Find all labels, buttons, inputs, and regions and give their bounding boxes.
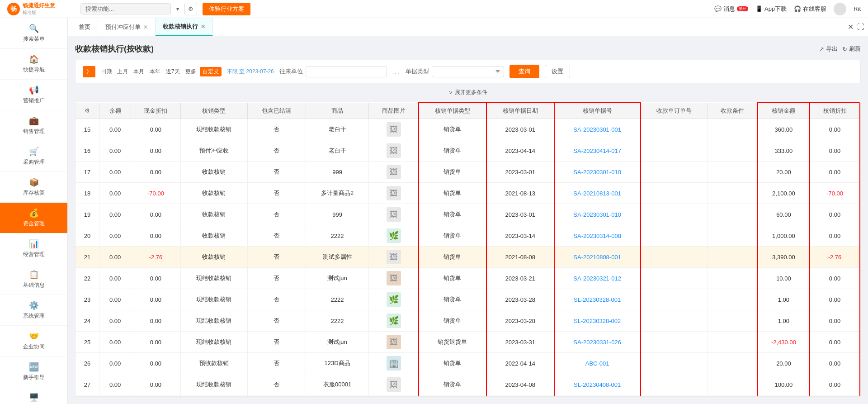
refresh-btn[interactable]: ↻ 刷新	[842, 45, 861, 53]
verify-bill-no-link[interactable]: SA-20230321-012	[573, 275, 621, 282]
industry-solution-btn[interactable]: 体验行业方案	[203, 3, 250, 15]
logo: 畅 畅捷通好生意 标准版	[7, 2, 75, 16]
cell-goods: 999	[306, 162, 369, 183]
search-dropdown-btn[interactable]: ▾	[176, 6, 179, 12]
verify-bill-no-link[interactable]: SA-20230301-010	[573, 169, 621, 176]
cell-include-settled: 否	[247, 162, 306, 183]
sidebar-item-marketing[interactable]: 📢 营销推广	[0, 80, 67, 110]
bill-type-select[interactable]	[432, 66, 504, 77]
export-btn[interactable]: ↗ 导出	[819, 45, 838, 53]
sidebar-label-system: 系统管理	[23, 312, 45, 320]
cell-verify-bill-date: 2023-03-14	[486, 225, 554, 247]
message-label: 消息	[723, 5, 735, 13]
cell-goods: 多计量商品2	[306, 183, 369, 204]
cell-verify-bill-date: 2023-03-21	[486, 268, 554, 289]
verify-bill-no-link[interactable]: SA-20230301-010	[573, 211, 621, 218]
filter-bill-type-group: 单据类型	[406, 66, 504, 77]
sidebar-item-guide[interactable]: 🆕 新手引导	[0, 356, 67, 387]
date-opt-this-year[interactable]: 本年	[148, 67, 162, 76]
tab-close-all-btn[interactable]: ✕	[848, 23, 854, 31]
tab-receipt[interactable]: 收款核销执行 ✕	[156, 18, 213, 36]
cell-no: 19	[75, 204, 99, 225]
filter-expand-btn[interactable]: 》	[83, 66, 95, 77]
cell-verify-type: 现结收款核销	[180, 374, 247, 395]
cell-no: 20	[75, 225, 99, 247]
date-opt-7days[interactable]: 近7天	[164, 67, 182, 76]
top-bar-right: 💬 消息 99+ 📱 App下载 🎧 在线客服 Rit	[714, 3, 861, 15]
tab-prepay[interactable]: 预付冲应付单 ✕	[98, 18, 156, 36]
table-row: 25 0.00 0.00 现结收款核销 否 测试jun 🖼 销货退货单 2023…	[75, 332, 860, 353]
service-icon: 🎧	[794, 5, 801, 12]
from-unit-input[interactable]	[306, 66, 387, 77]
sidebar-item-nav[interactable]: 🏠 快捷导航	[0, 49, 67, 80]
cell-verify-bill-no: SA-20210808-001	[554, 247, 641, 268]
sidebar-item-finance[interactable]: 💰 资金管理	[0, 203, 67, 233]
content-area: 首页 预付冲应付单 ✕ 收款核销执行 ✕ ✕ ⛶ 收款核销执行(按收款) ↗	[68, 18, 868, 404]
tab-expand-btn[interactable]: ⛶	[857, 23, 864, 31]
sidebar-item-operations[interactable]: 📊 经营管理	[0, 233, 67, 264]
sidebar-item-purchase[interactable]: 🛒 采购管理	[0, 141, 67, 172]
cell-goods: 123D商品	[306, 353, 369, 374]
app-download-btn[interactable]: 📱 App下载	[755, 5, 787, 13]
goods-image: 🖼	[387, 377, 401, 392]
verify-bill-no-link[interactable]: SL-20230328-001	[574, 296, 621, 303]
refresh-label: 刷新	[849, 45, 861, 53]
col-include-settled: 包含已结清	[247, 103, 306, 119]
tab-prepay-close[interactable]: ✕	[143, 24, 148, 30]
cell-verify-bill-no: SA-20230331-026	[554, 332, 641, 353]
sidebar-label-nav: 快捷导航	[23, 66, 45, 74]
sidebar-item-system[interactable]: ⚙️ 系统管理	[0, 295, 67, 326]
sidebar-item-inventory[interactable]: 📦 库存核算	[0, 172, 67, 203]
cell-balance: 0.00	[99, 140, 131, 162]
settings-gear-btn[interactable]: ⚙	[184, 3, 197, 15]
col-settings[interactable]: ⚙	[75, 103, 99, 119]
cell-verify-bill-date: 2023-03-31	[486, 332, 554, 353]
sidebar-item-collab[interactable]: 🤝 企业协同	[0, 326, 67, 356]
date-opt-last-month[interactable]: 上月	[115, 67, 130, 76]
tab-bar: 首页 预付冲应付单 ✕ 收款核销执行 ✕ ✕ ⛶	[68, 18, 868, 36]
message-btn[interactable]: 💬 消息 99+	[714, 5, 748, 13]
sidebar-item-hardware[interactable]: 🖥️ 智能硬件	[0, 387, 67, 404]
goods-image: 🖼	[387, 143, 401, 158]
cell-verify-discount: -70.00	[810, 183, 860, 204]
online-service-btn[interactable]: 🎧 在线客服	[794, 5, 826, 13]
date-opt-this-month[interactable]: 本月	[132, 67, 146, 76]
cell-receipt-condition	[708, 140, 758, 162]
cell-goods-image: 🖼	[369, 140, 419, 162]
verify-bill-no-link[interactable]: ABC-001	[585, 360, 609, 367]
expand-more-btn[interactable]: ∨ 展开更多条件	[448, 89, 487, 96]
sidebar-item-search[interactable]: 🔍 搜索菜单	[0, 18, 67, 49]
top-search-input[interactable]	[80, 3, 171, 14]
sidebar-item-sales[interactable]: 💼 销售管理	[0, 110, 67, 141]
cell-include-settled: 否	[247, 247, 306, 268]
cell-verify-discount: 0.00	[810, 310, 860, 332]
cell-cash-discount: 0.00	[131, 332, 180, 353]
cell-goods-image: 🌿	[369, 225, 419, 247]
date-opt-more[interactable]: 更多	[184, 67, 198, 76]
verify-bill-no-link[interactable]: SA-20210808-001	[573, 254, 621, 261]
tab-home[interactable]: 首页	[71, 18, 98, 36]
cell-goods: 衣服00001	[306, 374, 369, 395]
table-container[interactable]: ⚙ 余额 现金折扣 核销类型 包含已结清 商品 商品图片 核销单据类型 核销单据…	[75, 102, 861, 397]
sidebar-label-finance: 资金管理	[23, 220, 45, 228]
verify-bill-no-link[interactable]: SL-20230408-001	[574, 381, 621, 388]
verify-bill-no-link[interactable]: SL-20230328-002	[574, 318, 621, 324]
date-custom-btn[interactable]: 自定义	[200, 67, 222, 76]
verify-bill-no-link[interactable]: SA-20230301-001	[573, 126, 621, 133]
verify-bill-no-link[interactable]: SA-20210813-001	[573, 190, 621, 197]
query-btn[interactable]: 查询	[509, 65, 539, 78]
verify-bill-no-link[interactable]: SA-20230414-017	[573, 147, 621, 154]
cell-goods-image: 🖼	[369, 204, 419, 225]
sidebar-item-basic[interactable]: 📋 基础信息	[0, 264, 67, 295]
user-avatar[interactable]	[834, 3, 846, 15]
filter-setting-btn[interactable]: 设置	[545, 65, 570, 78]
verify-bill-no-link[interactable]: SA-20230331-026	[573, 339, 621, 346]
page-header: 收款核销执行(按收款) ↗ 导出 ↻ 刷新	[75, 43, 861, 54]
table-row: 20 0.00 0.00 收款核销 否 2222 🌿 销货单 2023-03-1…	[75, 225, 860, 247]
verify-bill-no-link[interactable]: SA-20230314-008	[573, 233, 621, 239]
sidebar-label-inventory: 库存核算	[23, 189, 45, 197]
tab-receipt-close[interactable]: ✕	[201, 24, 205, 30]
cell-include-settled: 否	[247, 204, 306, 225]
cell-verify-amount: 3,390.00	[758, 247, 810, 268]
cell-verify-amount: 60.00	[758, 204, 810, 225]
